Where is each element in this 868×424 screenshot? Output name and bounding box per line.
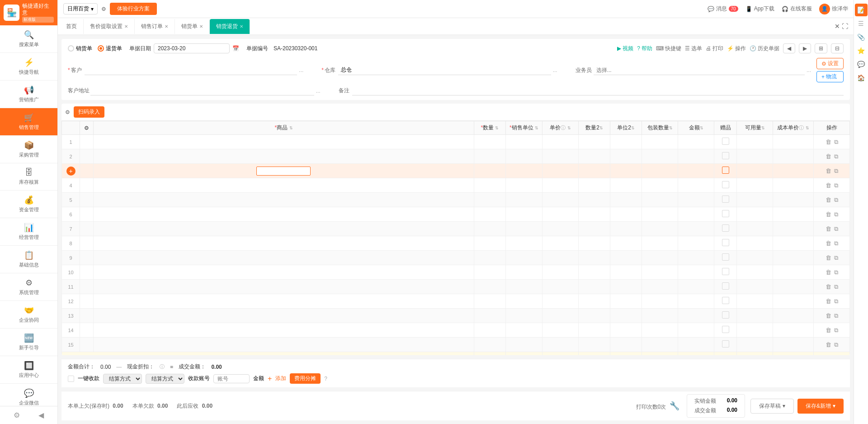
row-5-delete-icon[interactable]: 🗑 — [826, 196, 831, 204]
row-13-unit2[interactable] — [610, 309, 642, 323]
row-4-qty[interactable] — [474, 178, 505, 193]
row-9-unit2[interactable] — [610, 251, 642, 265]
available-sort-icon[interactable]: ⇅ — [761, 126, 765, 130]
row-10-qty[interactable] — [474, 265, 505, 280]
sidebar-item-purchase[interactable]: 📦 采购管理 — [0, 136, 57, 163]
row-15-cost[interactable] — [773, 338, 814, 352]
row-12-cost[interactable] — [773, 294, 814, 309]
row-7-gift-checkbox[interactable] — [722, 224, 729, 232]
row-7-qty2[interactable] — [579, 222, 610, 236]
list-view-btn[interactable]: ⊟ — [831, 43, 844, 53]
row-9-product[interactable] — [94, 251, 474, 265]
row-1-unit2[interactable] — [610, 135, 642, 149]
row-5-copy-icon[interactable]: ⧉ — [834, 196, 838, 204]
row-3-cost[interactable] — [773, 164, 814, 178]
row-10-product[interactable] — [94, 265, 474, 280]
row-12-unit[interactable] — [505, 294, 542, 309]
one-click-checkbox[interactable] — [68, 376, 74, 382]
row-14-available[interactable] — [737, 323, 773, 338]
row-15-qty[interactable] — [474, 338, 505, 352]
row-14-unit[interactable] — [505, 323, 542, 338]
row-6-qty2[interactable] — [579, 207, 610, 222]
row-14-cost[interactable] — [773, 323, 814, 338]
sidebar-item-apps[interactable]: 🔲 应用中心 — [0, 356, 57, 384]
row-7-delete-icon[interactable]: 🗑 — [826, 225, 831, 233]
account-input[interactable] — [213, 374, 250, 383]
row-4-qty2[interactable] — [579, 178, 610, 193]
row-11-unit2[interactable] — [610, 280, 642, 294]
row-14-gift[interactable] — [714, 323, 737, 338]
row-1-price[interactable] — [542, 135, 579, 149]
row-11-cost[interactable] — [773, 280, 814, 294]
row-9-cost[interactable] — [773, 251, 814, 265]
row-12-amount[interactable] — [678, 294, 714, 309]
row-2-qty2[interactable] — [579, 149, 610, 164]
row-14-pkg[interactable] — [642, 323, 678, 338]
row-8-available[interactable] — [737, 236, 773, 251]
row-5-unit2[interactable] — [610, 193, 642, 207]
row-6-price[interactable] — [542, 207, 579, 222]
row-10-unit[interactable] — [505, 265, 542, 280]
row-3-unit[interactable] — [505, 164, 542, 178]
row-4-product[interactable] — [94, 178, 474, 193]
row-2-pkg[interactable] — [642, 149, 678, 164]
row-12-available[interactable] — [737, 294, 773, 309]
row-12-qty[interactable] — [474, 294, 505, 309]
row-2-amount[interactable] — [678, 149, 714, 164]
calendar-icon[interactable]: 📅 — [232, 45, 239, 52]
row-6-cost[interactable] — [773, 207, 814, 222]
row-13-cost[interactable] — [773, 309, 814, 323]
row-5-gift[interactable] — [714, 193, 737, 207]
row-1-available[interactable] — [737, 135, 773, 149]
experience-btn[interactable]: 体验行业方案 — [110, 3, 157, 15]
row-13-product[interactable] — [94, 309, 474, 323]
address-dots[interactable]: ... — [316, 88, 321, 94]
row-10-gift-checkbox[interactable] — [722, 268, 729, 275]
row-7-cost[interactable] — [773, 222, 814, 236]
row-15-gift[interactable] — [714, 338, 737, 352]
shortcut-btn[interactable]: ⌨ 快捷键 — [656, 45, 681, 52]
online-service-btn[interactable]: 🎧 在线客服 — [782, 5, 812, 13]
row-13-qty2[interactable] — [579, 309, 610, 323]
row-14-price[interactable] — [542, 323, 579, 338]
row-8-gift[interactable] — [714, 236, 737, 251]
row-3-available[interactable] — [737, 164, 773, 178]
row-7-amount[interactable] — [678, 222, 714, 236]
row-15-available[interactable] — [737, 338, 773, 352]
row-7-qty[interactable] — [474, 222, 505, 236]
row-7-copy-icon[interactable]: ⧉ — [834, 225, 838, 233]
row-12-pkg[interactable] — [642, 294, 678, 309]
row-15-delete-icon[interactable]: 🗑 — [826, 341, 831, 348]
row-2-copy-icon[interactable]: ⧉ — [834, 153, 838, 160]
row-5-product[interactable] — [94, 193, 474, 207]
row-7-price[interactable] — [542, 222, 579, 236]
row-7-pkg[interactable] — [642, 222, 678, 236]
row-12-product[interactable] — [94, 294, 474, 309]
row-9-gift[interactable] — [714, 251, 737, 265]
row-12-delete-icon[interactable]: 🗑 — [826, 298, 831, 305]
tab-return-close[interactable]: ✕ — [240, 24, 243, 29]
row-13-available[interactable] — [737, 309, 773, 323]
row-6-unit[interactable] — [505, 207, 542, 222]
row-3-copy-icon[interactable]: ⧉ — [834, 167, 838, 175]
row-9-pkg[interactable] — [642, 251, 678, 265]
sidebar-item-sales[interactable]: 🛒 销售管理 — [0, 108, 57, 136]
settlement-select[interactable]: 结算方式 — [103, 374, 142, 384]
row-3-gift[interactable] — [714, 164, 737, 178]
tab-home[interactable]: 首页 — [60, 19, 84, 34]
row-1-delete-icon[interactable]: 🗑 — [826, 138, 831, 146]
row-10-amount[interactable] — [678, 265, 714, 280]
right-sidebar-form-icon[interactable]: 📝 — [855, 4, 868, 16]
row-12-gift-checkbox[interactable] — [722, 297, 729, 304]
row-1-amount[interactable] — [678, 135, 714, 149]
sidebar-item-newbie[interactable]: 🆕 新手引导 — [0, 329, 57, 356]
row-4-pkg[interactable] — [642, 178, 678, 193]
row-4-unit2[interactable] — [610, 178, 642, 193]
save-draft-dropdown-icon[interactable]: ▾ — [783, 403, 785, 409]
row-9-available[interactable] — [737, 251, 773, 265]
expand-tab-btn[interactable]: ⛶ — [842, 23, 848, 30]
row-6-gift-checkbox[interactable] — [722, 210, 729, 217]
row-11-amount[interactable] — [678, 280, 714, 294]
row-2-qty[interactable] — [474, 149, 505, 164]
row-1-qty[interactable] — [474, 135, 505, 149]
